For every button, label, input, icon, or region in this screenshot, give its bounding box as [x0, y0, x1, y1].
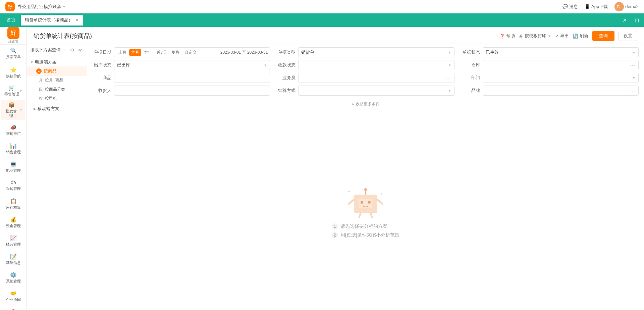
sidebar: 好 标账页 🔍 搜索菜单 ⭐ 快捷导航 🛒 零售管理 ▶ 📦 批发	[0, 27, 27, 310]
scheme-add-button[interactable]: ＋	[61, 47, 67, 53]
empty-tip-2: 用[过滤]条件来缩小分析范围	[340, 232, 399, 238]
sidebar-item-marketing[interactable]: 📣 营销推广	[1, 121, 25, 139]
top-bar: 好 办公用品行业模拟账套 ▼ 💬 消息 📱 App下载 Ea demo2	[0, 0, 644, 13]
tab-close-icon[interactable]: ✕	[75, 18, 79, 22]
staff-label: 业务员	[277, 75, 296, 81]
sidebar-item-basic[interactable]: 📝 基础信息	[1, 251, 25, 268]
receive-label: 收款状态	[277, 62, 296, 68]
sidebar-item-quick-nav[interactable]: ⭐ 快捷导航	[1, 64, 25, 81]
filter-warehouse-cell: 仓库 ···	[461, 60, 639, 70]
svg-point-2	[361, 201, 363, 204]
tab-close-window[interactable]: ✕	[620, 15, 629, 25]
scheme-item-by-driver[interactable]: 按 按司机	[27, 94, 87, 103]
marketing-label: 营销推广	[6, 132, 21, 136]
sidebar-item-sales[interactable]: 📊 销售管理	[1, 140, 25, 157]
basic-label: 基础信息	[6, 261, 21, 265]
date-tab-more[interactable]: 更多	[170, 49, 182, 56]
message-button[interactable]: 💬 消息	[562, 4, 578, 10]
scheme-desktop-header[interactable]: ▼ 电脑端方案	[27, 58, 87, 66]
retail-icon: 🛒	[8, 85, 15, 91]
svg-point-5	[364, 188, 367, 191]
empty-illustration: ✦ ✦	[344, 181, 387, 218]
type-select[interactable]: 销货单 ▼	[298, 47, 454, 57]
scheme-mobile-group[interactable]: ▶ 移动端方案	[27, 104, 87, 113]
empty-state: ✦ ✦ 1 请先选择要分析的方案 2 用[过滤]条件来缩小分析范围	[87, 109, 644, 310]
retail-label: 零售管理	[4, 92, 19, 96]
sidebar-item-wholesale[interactable]: 📦 批发管理 ▼	[1, 100, 25, 120]
home-tab-label: 首页	[7, 17, 15, 23]
date-tab-this-year[interactable]: 本年	[142, 49, 154, 56]
top-bar-left: 好 办公用品行业模拟账套 ▼	[5, 2, 66, 11]
date-tab-this-month[interactable]: 本月	[129, 49, 141, 56]
wholesale-arrow-icon: ▼	[19, 108, 22, 112]
sidebar-item-finance[interactable]: 💰 资金管理	[1, 214, 25, 231]
sidebar-search[interactable]: 🔍 搜索菜单	[0, 45, 26, 62]
sidebar-item-newbie[interactable]: 🎯 新手引导	[1, 306, 25, 310]
export-button[interactable]: ↗ 导出	[555, 33, 569, 39]
date-tab-last-month[interactable]: 上月	[116, 49, 128, 56]
status-select[interactable]: 已生效 ▼	[483, 47, 639, 57]
sidebar-logo[interactable]: 好 标账页	[0, 27, 26, 45]
out-select[interactable]: 已出库 ▼	[114, 60, 270, 70]
sidebar-item-inventory[interactable]: 📋 库存核算	[1, 195, 25, 212]
system-icon: ⚙️	[10, 272, 17, 278]
date-tab-7days[interactable]: 近7天	[155, 49, 169, 56]
svg-point-3	[368, 201, 371, 204]
enterprise-label: 企业协同	[6, 298, 21, 302]
refresh-label: 刷新	[580, 33, 588, 39]
app-selector[interactable]: 办公用品行业模拟账套 ▼	[17, 4, 66, 10]
filter-row-2: 出库状态 已出库 ▼ 收款状态 ▼	[93, 60, 639, 70]
purchase-icon: 🛍	[11, 179, 16, 186]
status-arrow-icon: ▼	[632, 51, 636, 54]
dept-select[interactable]: ▼	[483, 73, 639, 83]
date-input[interactable]: 上月 本月 本年 近7天 更多 自定义 2023-03-01 至 2023-03…	[114, 47, 270, 57]
goods-input[interactable]: ···	[114, 73, 270, 83]
sidebar-item-retail[interactable]: 🛒 零售管理 ▶	[1, 83, 25, 98]
scheme-panel-header: 按以下方案查询 ＋ ⚙ ≪	[27, 44, 87, 56]
receiver-dots-icon: ···	[261, 88, 267, 93]
receive-select[interactable]: ▼	[298, 60, 454, 70]
collapse-bar[interactable]: ∧ 收起更多条件	[87, 99, 644, 109]
help-label: 帮助	[506, 33, 515, 39]
scheme-item-by-month-product[interactable]: 月 按月+商品	[27, 76, 87, 85]
tab-sales-stat[interactable]: 销货单统计表（按商品） ✕	[21, 15, 83, 25]
scheme-collapse-button[interactable]: ≪	[77, 47, 84, 53]
scheme-settings-button[interactable]: ⚙	[69, 47, 75, 53]
warehouse-input[interactable]: ···	[483, 60, 639, 70]
brand-input[interactable]: ···	[483, 86, 639, 96]
template-print-button[interactable]: 🖨 按模板打印 ▼	[519, 33, 551, 39]
tab-bar: 首页 销货单统计表（按商品） ✕ ✕ ⊡	[0, 13, 644, 27]
user-profile[interactable]: Ea demo2	[614, 2, 639, 11]
filter-row-3: 商品 ··· 业务员 ···	[93, 73, 639, 83]
query-button[interactable]: 查询	[592, 31, 614, 41]
help-button[interactable]: ❓ 帮助	[499, 33, 515, 39]
app-download-button[interactable]: 📱 App下载	[585, 4, 608, 10]
refresh-button[interactable]: 🔄 刷新	[573, 33, 588, 39]
scheme-item-by-product-category[interactable]: 回 按商品分类	[27, 85, 87, 94]
sidebar-item-system[interactable]: ⚙️ 系统管理	[1, 269, 25, 286]
staff-input[interactable]: ···	[298, 73, 454, 83]
svg-rect-1	[359, 199, 372, 208]
receiver-input[interactable]: ···	[114, 86, 270, 96]
wholesale-icon: 📦	[8, 102, 15, 108]
settle-select[interactable]: ▼	[298, 86, 454, 96]
scheme-item-by-product[interactable]: ● 按商品	[27, 66, 87, 76]
filter-out-cell: 出库状态 已出库 ▼	[93, 60, 270, 70]
scheme-panel-actions: ＋ ⚙ ≪	[61, 47, 84, 53]
sidebar-item-enterprise[interactable]: 🤝 企业协同	[1, 288, 25, 305]
sidebar-item-purchase[interactable]: 🛍 采购管理	[1, 177, 25, 194]
app-logo[interactable]: 好	[5, 2, 15, 11]
status-label: 单据状态	[461, 49, 480, 55]
app-download-label: App下载	[591, 4, 608, 10]
tab-home[interactable]: 首页	[3, 15, 19, 25]
sidebar-item-operation[interactable]: 📈 经营管理	[1, 232, 25, 249]
dept-label: 部门	[461, 75, 480, 81]
settings-button[interactable]: 设置	[619, 31, 637, 41]
svg-text:✦: ✦	[380, 192, 383, 196]
sidebar-item-ecommerce[interactable]: 💻 电商管理	[1, 158, 25, 175]
refresh-icon: 🔄	[573, 34, 578, 39]
date-tab-custom[interactable]: 自定义	[182, 49, 199, 56]
inventory-label: 库存核算	[6, 205, 21, 210]
scheme-panel-title: 按以下方案查询	[30, 47, 61, 53]
tab-maximize[interactable]: ⊡	[632, 15, 641, 25]
